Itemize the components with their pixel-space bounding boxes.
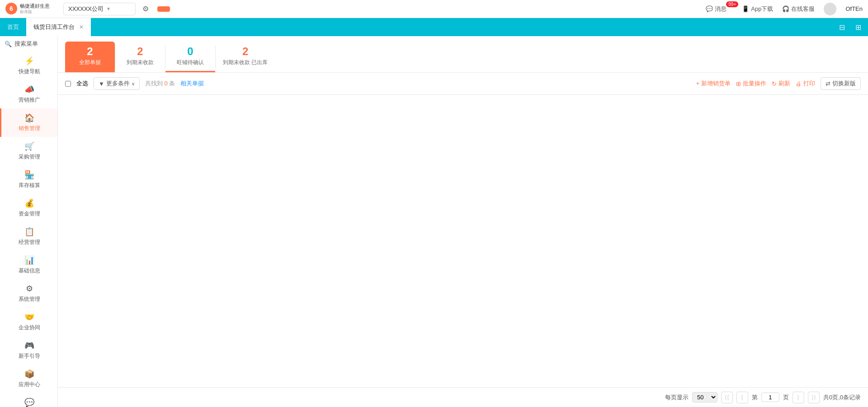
stat-count-wangpu: 0 xyxy=(173,45,208,58)
sidebar-item-nav[interactable]: ⚡ 快捷导航 xyxy=(0,51,57,80)
message-button[interactable]: 💬 消息 99+ xyxy=(706,5,733,13)
found-count: 0 xyxy=(165,80,168,87)
logo-badge: 标准版 xyxy=(20,9,50,15)
toolbar-right: + 新增销货单 ⊞ 批量操作 ↻ 刷新 🖨 打印 ⇄ 切换新版 xyxy=(696,77,861,90)
settings-button[interactable]: ⚙ xyxy=(139,3,152,15)
stat-tab-overdue-out[interactable]: 2 到期未收款 已出库 xyxy=(216,42,275,72)
filter-label: 更多条件 xyxy=(106,80,130,88)
stat-label-overdue-out: 到期未收款 已出库 xyxy=(223,59,268,66)
table-area xyxy=(58,95,868,387)
add-button[interactable]: + 新增销货单 xyxy=(696,80,731,88)
sidebar-app-center-label: 应用中心 xyxy=(19,381,40,388)
sidebar-item-marketing[interactable]: 📣 营销推广 xyxy=(0,80,57,108)
marketing-icon: 📣 xyxy=(24,84,34,94)
page-suffix: 页 xyxy=(783,393,789,402)
stat-label-all: 全部单据 xyxy=(72,59,108,66)
stat-tab-all[interactable]: 2 全部单据 xyxy=(65,42,115,72)
system-icon: ⚙ xyxy=(26,284,33,294)
tab-work-label: 钱货日清工作台 xyxy=(33,23,75,31)
sidebar-item-app-center[interactable]: 📦 应用中心 xyxy=(0,365,57,393)
prev-page-button[interactable]: ⟨ xyxy=(736,392,748,403)
sidebar-item-operation[interactable]: 📋 经营管理 xyxy=(0,222,57,251)
guide-icon: 🎮 xyxy=(24,341,34,351)
sidebar-base-label: 基础信息 xyxy=(19,267,40,275)
message-icon: 💬 xyxy=(706,5,713,12)
switch-button[interactable]: ⇄ 切换新版 xyxy=(821,77,861,90)
stat-tab-overdue[interactable]: 2 到期未收款 xyxy=(115,42,165,72)
sidebar-operation-label: 经营管理 xyxy=(19,239,40,246)
refresh-icon: ↻ xyxy=(772,80,777,87)
sidebar-purchase-label: 采购管理 xyxy=(19,153,40,161)
sidebar-item-purchase[interactable]: 🛒 采购管理 xyxy=(0,137,57,165)
sidebar-item-base[interactable]: 📊 基础信息 xyxy=(0,251,57,279)
tab-bar: 首页 钱货日清工作台 ✕ ⊟ ⊞ xyxy=(0,18,868,36)
logo-area: 6 畅捷通好生意 标准版 xyxy=(5,3,63,15)
experience-button[interactable] xyxy=(157,6,170,12)
message-badge: 99+ xyxy=(726,1,738,7)
stat-count-all: 2 xyxy=(72,45,108,58)
tab-close-icon[interactable]: ✕ xyxy=(79,24,84,30)
collab-icon: 🤝 xyxy=(24,312,34,322)
stat-tab-wangpu[interactable]: 0 旺铺待确认 xyxy=(165,42,215,72)
found-text: 共找到 0 条 xyxy=(145,80,175,88)
sidebar: 🔍 搜索菜单 ⚡ 快捷导航 📣 营销推广 🏠 销售管理 🛒 采购管理 🏪 库存核… xyxy=(0,36,58,407)
sidebar-item-finance[interactable]: 💰 资金管理 xyxy=(0,194,57,222)
next-page-button[interactable]: ⟩ xyxy=(793,392,804,403)
filter-arrow-icon: ∨ xyxy=(132,81,135,86)
sidebar-item-inventory[interactable]: 🏪 库存核算 xyxy=(0,165,57,194)
finance-icon: 💰 xyxy=(24,198,34,208)
operation-icon: 📋 xyxy=(24,227,34,237)
print-icon: 🖨 xyxy=(796,80,802,87)
app-download-icon: 📱 xyxy=(742,5,749,12)
tab-minimize-button[interactable]: ⊟ xyxy=(835,21,848,33)
refresh-button[interactable]: ↻ 刷新 xyxy=(772,80,790,88)
company-dropdown-arrow: ▼ xyxy=(106,6,111,11)
select-all-checkbox[interactable] xyxy=(65,81,71,87)
avatar[interactable] xyxy=(824,3,836,15)
sidebar-item-collab[interactable]: 🤝 企业协同 xyxy=(0,308,57,336)
stat-label-wangpu: 旺铺待确认 xyxy=(173,59,208,66)
print-button[interactable]: 🖨 打印 xyxy=(796,80,815,88)
sidebar-search-label: 搜索菜单 xyxy=(14,40,38,48)
tab-home-label: 首页 xyxy=(7,23,19,31)
sidebar-system-label: 系统管理 xyxy=(19,295,40,303)
found-unit: 条 xyxy=(169,80,175,87)
logo-icon: 6 xyxy=(5,3,17,14)
related-link[interactable]: 相关单据 xyxy=(180,80,204,88)
batch-icon: ⊞ xyxy=(736,80,741,87)
sidebar-item-wechat[interactable]: 💬 企业微信 xyxy=(0,393,57,407)
sidebar-search[interactable]: 🔍 搜索菜单 xyxy=(0,36,57,51)
company-selector[interactable]: XXXXXX公司 ▼ xyxy=(63,3,136,15)
stat-label-overdue: 到期未收款 xyxy=(123,59,158,66)
sidebar-item-sales[interactable]: 🏠 销售管理 xyxy=(0,108,57,137)
stat-count-overdue-out: 2 xyxy=(223,45,268,58)
pagination-summary: 共0页,0条记录 xyxy=(823,393,861,402)
online-service-button[interactable]: 🎧 在线客服 xyxy=(782,5,815,13)
content-area: 2 全部单据 2 到期未收款 0 旺铺待确认 2 到期未收款 已出库 全选 xyxy=(58,36,868,407)
switch-label: 切换新版 xyxy=(832,80,856,88)
sidebar-marketing-label: 营销推广 xyxy=(19,96,40,104)
per-page-select[interactable]: 50 20 100 xyxy=(692,392,717,402)
sidebar-item-system[interactable]: ⚙ 系统管理 xyxy=(0,279,57,308)
page-input[interactable] xyxy=(761,393,779,402)
filter-button[interactable]: ▼ 更多条件 ∨ xyxy=(94,77,140,90)
sidebar-item-guide[interactable]: 🎮 新手引导 xyxy=(0,336,57,365)
app-download-button[interactable]: 📱 App下载 xyxy=(742,5,773,13)
tab-expand-button[interactable]: ⊞ xyxy=(852,21,864,33)
app-center-icon: 📦 xyxy=(24,369,34,379)
tab-work[interactable]: 钱货日清工作台 ✕ xyxy=(26,18,91,36)
online-service-icon: 🎧 xyxy=(782,5,789,12)
first-page-button[interactable]: ⟨⟨ xyxy=(721,392,733,403)
batch-button[interactable]: ⊞ 批量操作 xyxy=(736,80,766,88)
username[interactable]: OfTEn xyxy=(845,5,863,12)
tab-home[interactable]: 首页 xyxy=(0,18,26,36)
online-service-label: 在线客服 xyxy=(791,5,815,13)
stats-tabs: 2 全部单据 2 到期未收款 0 旺铺待确认 2 到期未收款 已出库 xyxy=(58,36,868,73)
last-page-button[interactable]: ⟩⟩ xyxy=(808,392,820,403)
sidebar-collab-label: 企业协同 xyxy=(19,324,40,332)
tab-bar-actions: ⊟ ⊞ xyxy=(835,21,868,33)
toolbar: 全选 ▼ 更多条件 ∨ 共找到 0 条 相关单据 + 新增销货单 ⊞ 批量操作 … xyxy=(58,73,868,95)
header-right: 💬 消息 99+ 📱 App下载 🎧 在线客服 OfTEn xyxy=(706,3,863,15)
top-header: 6 畅捷通好生意 标准版 XXXXXX公司 ▼ ⚙ 💬 消息 99+ 📱 App… xyxy=(0,0,868,18)
app-download-label: App下载 xyxy=(751,5,773,13)
